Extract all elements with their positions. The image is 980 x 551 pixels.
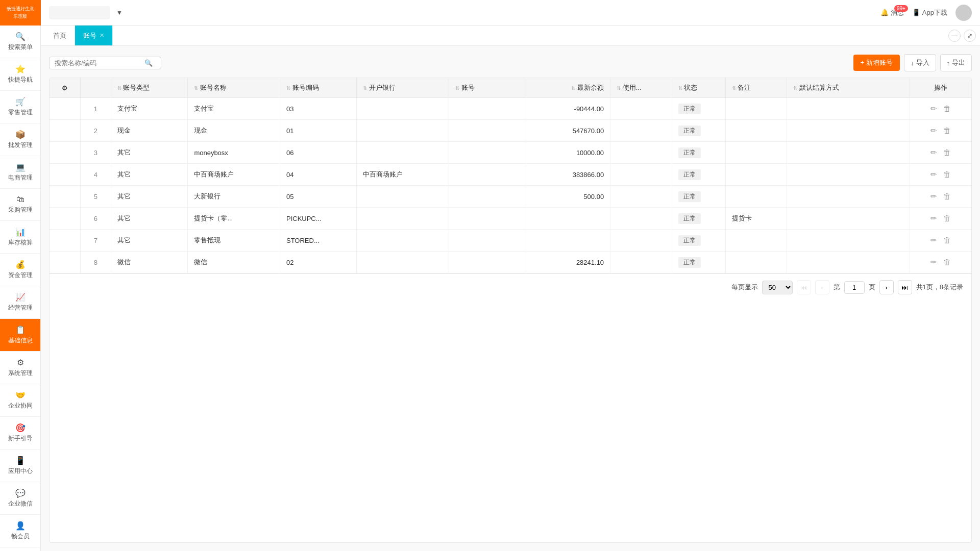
delete-button[interactable]: 🗑 xyxy=(941,257,953,267)
export-button[interactable]: ↑ 导出 xyxy=(940,54,972,71)
row-bank xyxy=(357,142,449,164)
row-code: 01 xyxy=(280,120,357,142)
delete-button[interactable]: 🗑 xyxy=(941,213,953,223)
row-type: 微信 xyxy=(111,252,188,273)
row-account xyxy=(449,142,526,164)
page-size-select[interactable]: 50 10 20 100 xyxy=(762,281,793,294)
search-box[interactable]: 🔍 xyxy=(49,57,161,69)
status-badge: 正常 xyxy=(678,147,701,158)
sidebar-item-purchase-mgmt[interactable]: 🛍 采购管理 xyxy=(0,189,40,221)
row-balance xyxy=(526,208,610,230)
sidebar-item-ecommerce-mgmt[interactable]: 💻 电商管理 xyxy=(0,156,40,189)
delete-button[interactable]: 🗑 xyxy=(941,169,953,180)
th-name[interactable]: ⇅ 账号名称 xyxy=(188,78,280,98)
row-code: 05 xyxy=(280,186,357,208)
add-account-button[interactable]: + 新增账号 xyxy=(853,55,900,71)
delete-button[interactable]: 🗑 xyxy=(941,147,953,158)
row-default xyxy=(787,164,910,186)
row-action: ✏ 🗑 xyxy=(910,208,971,230)
tab-account-label: 账号 xyxy=(83,31,96,40)
sidebar-item-company-agreement[interactable]: 🤝 企业协同 xyxy=(0,384,40,417)
row-code: PICKUPC... xyxy=(280,208,357,230)
page-number-input[interactable] xyxy=(844,281,865,294)
row-balance: 28241.10 xyxy=(526,252,610,273)
edit-button[interactable]: ✏ xyxy=(928,191,939,202)
sidebar-item-search-menu[interactable]: 🔍 搜索菜单 xyxy=(0,26,40,58)
finance-icon: 💰 xyxy=(2,260,38,269)
tab-account[interactable]: 账号 ✕ xyxy=(75,26,113,45)
row-name: 大新银行 xyxy=(188,186,280,208)
sidebar-item-finance-mgmt[interactable]: 💰 资金管理 xyxy=(0,254,40,286)
th-remark[interactable]: ⇅ 备注 xyxy=(725,78,787,98)
account-table-wrapper: ⚙ ⇅ 账号类型 ⇅ 账号名称 ⇅ 账号编码 xyxy=(49,78,972,543)
sidebar-item-basic-info[interactable]: 📋 基础信息 xyxy=(0,319,40,352)
header-search-input[interactable] xyxy=(49,6,110,19)
sidebar-item-operations-mgmt[interactable]: 📈 经营管理 xyxy=(0,286,40,319)
sidebar-item-label: 应用中心 xyxy=(8,467,33,474)
th-usage[interactable]: ⇅ 使用... xyxy=(610,78,672,98)
row-settings xyxy=(50,164,80,186)
sidebar-item-system-mgmt[interactable]: ⚙ 系统管理 xyxy=(0,352,40,384)
first-page-button[interactable]: ⏮ xyxy=(797,280,811,294)
tab-expand-button[interactable]: ⤢ xyxy=(964,30,976,42)
purchase-icon: 🛍 xyxy=(2,195,38,204)
last-page-button[interactable]: ⏭ xyxy=(898,280,912,294)
system-icon: ⚙ xyxy=(2,358,38,367)
edit-button[interactable]: ✏ xyxy=(928,103,939,114)
tab-home[interactable]: 首页 xyxy=(45,26,75,45)
tab-close-icon[interactable]: ✕ xyxy=(100,32,104,39)
row-num: 4 xyxy=(80,164,111,186)
app-download-button[interactable]: 📱 App下载 xyxy=(912,8,947,17)
th-account[interactable]: ⇅ 账号 xyxy=(449,78,526,98)
sidebar-item-app-center[interactable]: 📱 应用中心 xyxy=(0,449,40,482)
row-settings xyxy=(50,230,80,252)
prev-page-button[interactable]: ‹ xyxy=(815,280,829,294)
edit-button[interactable]: ✏ xyxy=(928,213,939,224)
edit-button[interactable]: ✏ xyxy=(928,257,939,268)
next-page-button[interactable]: › xyxy=(879,280,894,294)
delete-button[interactable]: 🗑 xyxy=(941,235,953,245)
page-size-label: 每页显示 xyxy=(731,283,758,292)
edit-button[interactable]: ✏ xyxy=(928,125,939,136)
sidebar-item-member[interactable]: 👤 畅会员 xyxy=(0,515,40,547)
row-balance: -90444.00 xyxy=(526,98,610,120)
th-status[interactable]: ⇅ 状态 xyxy=(672,78,725,98)
sidebar-item-wholesale-mgmt[interactable]: 📦 批发管理 xyxy=(0,123,40,156)
import-button[interactable]: ↓ 导入 xyxy=(904,54,936,71)
edit-button[interactable]: ✏ xyxy=(928,169,939,180)
th-settings[interactable]: ⚙ xyxy=(50,78,80,98)
row-code: 02 xyxy=(280,252,357,273)
th-default[interactable]: ⇅ 默认结算方式 xyxy=(787,78,910,98)
row-default xyxy=(787,208,910,230)
search-input[interactable] xyxy=(55,59,141,67)
tab-minimize-button[interactable]: — xyxy=(948,30,961,42)
notification-button[interactable]: 🔔 消息 99+ xyxy=(880,8,904,17)
sidebar-item-company-wechat[interactable]: 💬 企业微信 xyxy=(0,482,40,515)
header-dropdown[interactable]: ▼ xyxy=(116,9,122,16)
th-type[interactable]: ⇅ 账号类型 xyxy=(111,78,188,98)
sidebar-item-label: 畅会员 xyxy=(11,533,30,540)
delete-button[interactable]: 🗑 xyxy=(941,191,953,202)
content-area: 🔍 + 新增账号 ↓ 导入 ↑ 导出 xyxy=(41,46,980,551)
row-num: 5 xyxy=(80,186,111,208)
edit-button[interactable]: ✏ xyxy=(928,147,939,158)
sidebar-item-new-guide[interactable]: 🎯 新手引导 xyxy=(0,417,40,449)
row-bank xyxy=(357,252,449,273)
th-bank[interactable]: ⇅ 开户银行 xyxy=(357,78,449,98)
th-balance[interactable]: ⇅ 最新余额 xyxy=(526,78,610,98)
sort-icon: ⇅ xyxy=(678,85,682,91)
delete-button[interactable]: 🗑 xyxy=(941,103,953,114)
edit-button[interactable]: ✏ xyxy=(928,235,939,246)
row-bank: 中百商场账户 xyxy=(357,164,449,186)
user-avatar[interactable] xyxy=(955,5,972,21)
operations-icon: 📈 xyxy=(2,292,38,302)
sidebar-item-inventory[interactable]: 📊 库存核算 xyxy=(0,221,40,254)
sidebar-item-quick-nav[interactable]: ⭐ 快捷导航 xyxy=(0,58,40,91)
row-remark xyxy=(725,252,787,273)
sidebar-item-retail-mgmt[interactable]: 🛒 零售管理 xyxy=(0,91,40,123)
row-usage xyxy=(610,252,672,273)
sidebar-item-label: 电商管理 xyxy=(8,174,33,181)
th-code[interactable]: ⇅ 账号编码 xyxy=(280,78,357,98)
basic-info-icon: 📋 xyxy=(2,325,38,335)
delete-button[interactable]: 🗑 xyxy=(941,125,953,136)
